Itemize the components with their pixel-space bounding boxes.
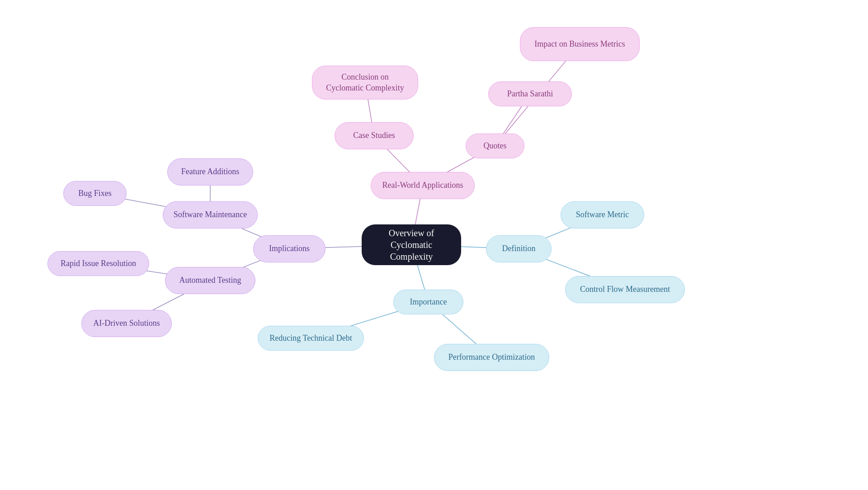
reducing-debt-node: Reducing Technical Debt	[258, 326, 364, 351]
real-world-node: Real-World Applications	[371, 172, 475, 199]
quotes-node: Quotes	[466, 133, 524, 158]
performance-node: Performance Optimization	[434, 344, 549, 371]
case-studies-node: Case Studies	[335, 122, 414, 149]
rapid-issue-node: Rapid Issue Resolution	[47, 251, 149, 276]
impact-node: Impact on Business Metrics	[520, 27, 640, 61]
importance-node: Importance	[393, 290, 463, 314]
ai-driven-node: AI-Driven Solutions	[81, 310, 172, 337]
conclusion-node: Conclusion on Cyclomatic Complexity	[312, 66, 418, 100]
software-maintenance-node: Software Maintenance	[163, 201, 258, 228]
bug-fixes-node: Bug Fixes	[63, 181, 127, 206]
definition-node: Definition	[486, 235, 552, 262]
software-metric-node: Software Metric	[561, 201, 644, 228]
center-node: Overview of Cyclomatic Complexity	[362, 224, 461, 265]
implications-node: Implications	[253, 235, 326, 262]
control-flow-node: Control Flow Measurement	[565, 276, 685, 303]
automated-testing-node: Automated Testing	[165, 267, 255, 294]
partha-node: Partha Sarathi	[488, 81, 572, 106]
feature-additions-node: Feature Additions	[167, 158, 253, 186]
